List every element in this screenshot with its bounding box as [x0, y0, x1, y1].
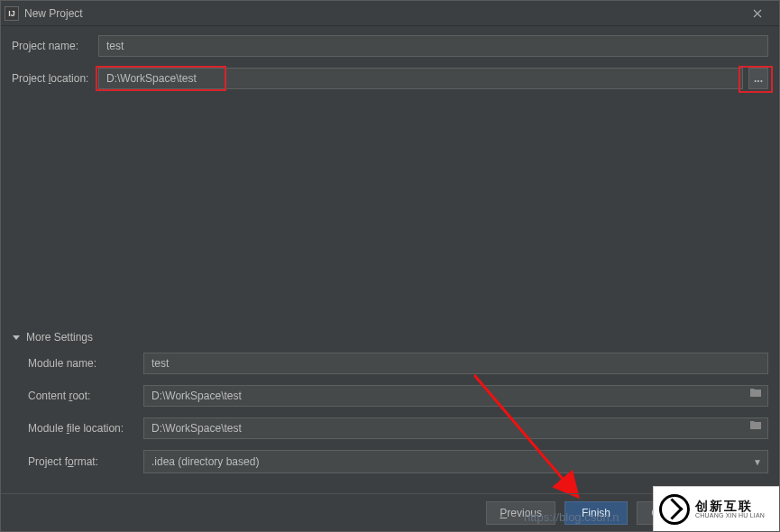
titlebar: IJ New Project [1, 1, 779, 26]
finish-button[interactable]: Finish [564, 501, 628, 525]
module-file-location-label: Module file location: [28, 422, 143, 435]
project-name-row: Project name: [12, 35, 768, 57]
close-icon [753, 9, 762, 18]
close-button[interactable] [739, 3, 775, 24]
more-settings-panel: Module name: Content root: Module file l… [12, 353, 768, 473]
project-location-label: Project location: [12, 72, 98, 85]
previous-button[interactable]: Previous [486, 501, 555, 525]
browse-location-button[interactable]: ... [748, 68, 768, 89]
module-name-label: Module name: [28, 357, 143, 370]
logo-badge: 创新互联 CHUANG XIN HU LIAN [653, 486, 779, 531]
chevron-down-icon: ▼ [753, 457, 762, 467]
project-format-value: .idea (directory based) [151, 455, 259, 468]
more-settings-label: More Settings [26, 331, 93, 344]
logo-text-cn: 创新互联 [695, 500, 765, 512]
project-name-label: Project name: [12, 40, 98, 52]
content-root-label: Content root: [28, 390, 143, 402]
app-icon: IJ [5, 6, 19, 21]
more-settings-toggle[interactable]: More Settings [12, 331, 768, 344]
project-location-input[interactable] [98, 68, 743, 89]
logo-icon [659, 494, 690, 525]
module-file-location-input[interactable] [143, 417, 768, 439]
module-name-input[interactable] [143, 353, 768, 374]
project-format-label: Project format: [28, 455, 143, 468]
content-root-input[interactable] [143, 385, 768, 407]
expand-icon [12, 333, 21, 342]
window-title: New Project [24, 7, 83, 20]
logo-text-en: CHUANG XIN HU LIAN [695, 512, 765, 518]
project-location-row: Project location: ... [12, 68, 768, 89]
project-format-select[interactable]: .idea (directory based) ▼ [143, 450, 768, 473]
project-name-input[interactable] [98, 35, 768, 57]
